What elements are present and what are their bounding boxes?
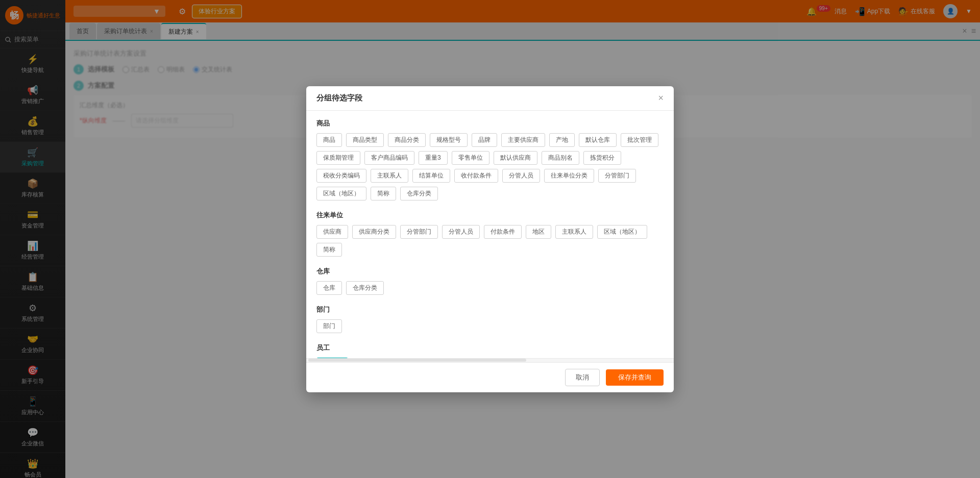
modal-footer: 取消 保存并查询 — [306, 362, 674, 392]
field-main-contact[interactable]: 主联系人 — [371, 169, 408, 183]
field-default-warehouse[interactable]: 默认仓库 — [579, 133, 617, 147]
field-main-supplier[interactable]: 主要供应商 — [501, 133, 545, 147]
staff-section: 员工 业务员 — [316, 343, 664, 358]
field-partner-dept[interactable]: 分管部门 — [400, 225, 438, 239]
field-default-supplier[interactable]: 默认供应商 — [494, 151, 537, 165]
modal-overlay: 分组待选字段 × 商品 商品 商品类型 商品分类 规格型号 品牌 主要供应商 产… — [0, 0, 980, 478]
product-fields: 商品 商品类型 商品分类 规格型号 品牌 主要供应商 产地 默认仓库 批次管理 … — [316, 133, 664, 200]
modal-header: 分组待选字段 × — [306, 86, 674, 111]
field-payment-condition[interactable]: 付款条件 — [484, 225, 522, 239]
product-section-title: 商品 — [316, 119, 664, 128]
modal-close-button[interactable]: × — [658, 93, 664, 103]
product-section: 商品 商品 商品类型 商品分类 规格型号 品牌 主要供应商 产地 默认仓库 批次… — [316, 119, 664, 200]
field-brand[interactable]: 品牌 — [472, 133, 497, 147]
warehouse-section-title: 仓库 — [316, 267, 664, 276]
dept-section: 部门 部门 — [316, 305, 664, 333]
modal-title: 分组待选字段 — [316, 93, 362, 103]
field-supplier-category[interactable]: 供应商分类 — [352, 225, 396, 239]
field-partner-contact[interactable]: 主联系人 — [555, 225, 593, 239]
field-from-unit-category[interactable]: 往来单位分类 — [544, 169, 594, 183]
field-origin[interactable]: 产地 — [549, 133, 575, 147]
field-product-alias[interactable]: 商品别名 — [542, 151, 579, 165]
partner-section-title: 往来单位 — [316, 211, 664, 220]
field-wh[interactable]: 仓库 — [316, 281, 342, 295]
modal-cancel-button[interactable]: 取消 — [565, 369, 600, 386]
field-batch-mgmt[interactable]: 批次管理 — [621, 133, 658, 147]
field-product-category[interactable]: 商品分类 — [388, 133, 426, 147]
field-partner-manager[interactable]: 分管人员 — [442, 225, 480, 239]
warehouse-fields: 仓库 仓库分类 — [316, 281, 664, 295]
field-pickup-points[interactable]: 拣货积分 — [583, 151, 621, 165]
field-manager[interactable]: 分管人员 — [502, 169, 540, 183]
modal-hscrollbar[interactable] — [306, 358, 674, 362]
field-warehouse-category[interactable]: 仓库分类 — [400, 187, 438, 200]
field-retail-unit[interactable]: 零售单位 — [452, 151, 489, 165]
field-dept-field[interactable]: 部门 — [316, 319, 342, 333]
field-quality-mgmt[interactable]: 保质期管理 — [316, 151, 360, 165]
field-product-type[interactable]: 商品类型 — [346, 133, 384, 147]
field-product[interactable]: 商品 — [316, 133, 342, 147]
field-customer-code[interactable]: 客户商品编码 — [364, 151, 414, 165]
partner-fields: 供应商 供应商分类 分管部门 分管人员 付款条件 地区 主联系人 区域（地区） … — [316, 225, 664, 257]
field-wh-category[interactable]: 仓库分类 — [346, 281, 384, 295]
field-spec-type[interactable]: 规格型号 — [430, 133, 468, 147]
field-area[interactable]: 地区 — [526, 225, 551, 239]
modal-body: 商品 商品 商品类型 商品分类 规格型号 品牌 主要供应商 产地 默认仓库 批次… — [306, 111, 674, 358]
modal-hscrollbar-thumb — [308, 359, 526, 362]
field-partner-short[interactable]: 简称 — [316, 243, 342, 257]
partner-section: 往来单位 供应商 供应商分类 分管部门 分管人员 付款条件 地区 主联系人 区域… — [316, 211, 664, 257]
field-selection-modal: 分组待选字段 × 商品 商品 商品类型 商品分类 规格型号 品牌 主要供应商 产… — [306, 86, 674, 392]
field-weight3[interactable]: 重量3 — [419, 151, 448, 165]
field-region-district[interactable]: 区域（地区） — [316, 187, 366, 200]
dept-section-title: 部门 — [316, 305, 664, 314]
modal-save-button[interactable]: 保存并查询 — [606, 369, 664, 386]
field-short-name[interactable]: 简称 — [371, 187, 396, 200]
field-tax-code[interactable]: 税收分类编码 — [316, 169, 366, 183]
field-partner-region[interactable]: 区域（地区） — [597, 225, 647, 239]
dept-fields: 部门 — [316, 319, 664, 333]
field-payment-terms[interactable]: 收付款条件 — [454, 169, 498, 183]
field-supplier[interactable]: 供应商 — [316, 225, 348, 239]
staff-section-title: 员工 — [316, 343, 664, 353]
field-settlement-unit[interactable]: 结算单位 — [412, 169, 450, 183]
warehouse-section: 仓库 仓库 仓库分类 — [316, 267, 664, 295]
field-dept-mgmt[interactable]: 分管部门 — [598, 169, 636, 183]
